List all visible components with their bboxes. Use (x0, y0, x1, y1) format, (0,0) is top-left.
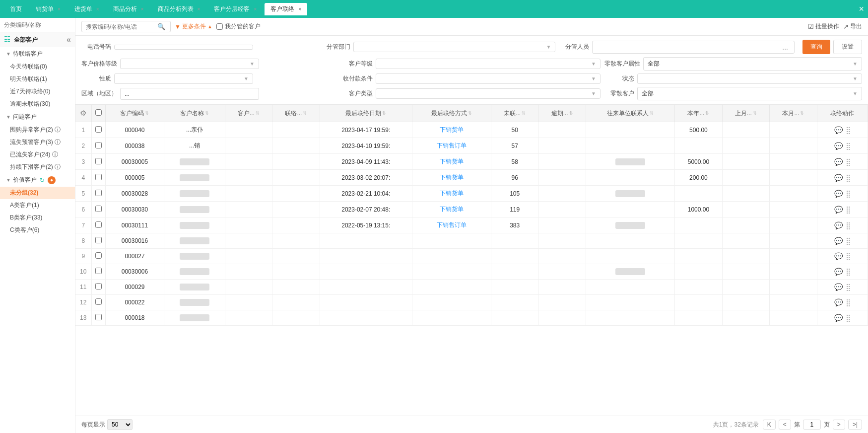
last-way-link[interactable]: 下销售订单 (437, 142, 467, 149)
contact-action-icon[interactable]: 💬 (834, 206, 843, 214)
next-page-btn[interactable]: > (833, 420, 845, 430)
cust-level-input[interactable]: ▼ (376, 59, 601, 69)
dept-input[interactable]: ▼ (353, 42, 556, 52)
sidebar-item-today[interactable]: 今天待联络(0) (0, 61, 75, 73)
main-search-input[interactable] (86, 23, 155, 30)
last-way-link[interactable]: 下销售订单 (437, 221, 467, 228)
nav-tab-home[interactable]: 首页 (4, 3, 28, 15)
contact-action-icon[interactable]: 💬 (834, 174, 843, 182)
last-way-link[interactable]: 下销货单 (440, 206, 464, 213)
refresh-icon[interactable]: ↻ (40, 177, 45, 184)
col-last-date-sort-icon[interactable]: ⇅ (382, 111, 386, 116)
more-action-icon[interactable]: ⣿ (846, 283, 851, 291)
col-not-contacted-sort-icon[interactable]: ⇅ (522, 111, 526, 116)
more-action-icon[interactable]: ⣿ (846, 252, 851, 260)
region-input[interactable]: ... (120, 88, 259, 100)
sidebar-item-lost[interactable]: 已流失客户(24) ⓘ (0, 148, 75, 161)
more-action-icon[interactable]: ⣿ (846, 237, 851, 245)
contact-action-icon[interactable]: 💬 (834, 268, 843, 276)
sidebar-item-declining[interactable]: 持续下滑客户(2) ⓘ (0, 161, 75, 173)
col-name-sort-icon[interactable]: ⇅ (205, 111, 209, 116)
query-btn[interactable]: 查询 (802, 40, 830, 54)
contact-action-icon[interactable]: 💬 (834, 237, 843, 245)
payment-input[interactable]: ▼ (376, 73, 601, 84)
nav-tab-purchase[interactable]: 进货单 × (68, 3, 105, 15)
phone-input[interactable] (114, 45, 253, 50)
sidebar-search-input[interactable] (4, 21, 75, 28)
price-level-input[interactable]: ▼ (120, 59, 259, 69)
row-checkbox[interactable] (95, 190, 102, 196)
more-action-icon[interactable]: ⣿ (846, 314, 851, 322)
nature-input[interactable]: ▼ (114, 73, 253, 84)
close-sales-icon[interactable]: × (58, 6, 61, 12)
row-checkbox[interactable] (95, 142, 102, 148)
sidebar-group-pending[interactable]: ▼ 待联络客户 (0, 47, 75, 61)
scatter-input[interactable]: 全部▼ (637, 87, 862, 100)
nav-tab-crm[interactable]: 客户分层经客 × (208, 3, 263, 15)
cust-type-input[interactable]: ▼ (376, 88, 601, 99)
sidebar-item-tomorrow[interactable]: 明天待联络(1) (0, 73, 75, 85)
my-customers-checkbox[interactable] (216, 23, 223, 30)
row-checkbox[interactable] (95, 298, 102, 305)
person-input[interactable]: ... (592, 41, 795, 54)
close-crm-icon[interactable]: × (254, 6, 257, 12)
more-action-icon[interactable]: ⣿ (846, 174, 851, 182)
last-way-link[interactable]: 下销货单 (440, 158, 464, 165)
more-action-icon[interactable]: ⣿ (846, 221, 851, 229)
row-checkbox[interactable] (95, 314, 102, 320)
scatter-attr-input[interactable]: 全部▼ (643, 57, 862, 71)
sidebar-item-group-b[interactable]: B类客户(33) (0, 212, 75, 224)
more-action-icon[interactable]: ⣿ (846, 206, 851, 214)
col-code-sort-icon[interactable]: ⇅ (145, 111, 149, 116)
contact-action-icon[interactable]: 💬 (834, 298, 843, 306)
col-year-amount-sort-icon[interactable]: ⇅ (705, 111, 709, 116)
page-input[interactable] (803, 420, 821, 430)
close-contact-icon[interactable]: × (298, 6, 301, 12)
more-action-icon[interactable]: ⣿ (846, 126, 851, 134)
nav-tab-contact[interactable]: 客户联络 × (265, 3, 307, 15)
nav-tab-analysis[interactable]: 商品分析 × (107, 3, 150, 15)
contact-action-icon[interactable]: 💬 (834, 221, 843, 229)
sidebar-collapse-icon[interactable]: « (67, 35, 71, 44)
close-analysis-icon[interactable]: × (141, 6, 144, 12)
row-checkbox[interactable] (95, 158, 102, 164)
reset-btn[interactable]: 设置 (833, 40, 862, 54)
prev-page-btn[interactable]: < (779, 420, 791, 430)
sidebar-item-overdue[interactable]: 逾期未联络(30) (0, 98, 75, 110)
sidebar-item-group-c[interactable]: C类客户(6) (0, 224, 75, 236)
more-action-icon[interactable]: ⣿ (846, 158, 851, 166)
contact-action-icon[interactable]: 💬 (834, 314, 843, 322)
more-action-icon[interactable]: ⣿ (846, 298, 851, 306)
last-way-link[interactable]: 下销货单 (440, 174, 464, 181)
col-overdue-sort-icon[interactable]: ⇅ (569, 111, 573, 116)
settings-icon[interactable]: ⚙ (80, 109, 86, 117)
close-analysis-list-icon[interactable]: × (198, 6, 200, 12)
sidebar-group-problem[interactable]: ▼ 问题客户 (0, 110, 75, 124)
sidebar-item-ungroup[interactable]: 未分组(32) (0, 187, 75, 199)
first-page-btn[interactable]: K (763, 420, 776, 430)
batch-op-btn[interactable]: ☑ 批量操作 (808, 22, 839, 31)
close-all-icon[interactable]: × (859, 4, 864, 14)
export-btn[interactable]: ↗ 导出 (843, 22, 862, 31)
row-checkbox[interactable] (95, 126, 102, 133)
contact-action-icon[interactable]: 💬 (834, 158, 843, 166)
contact-action-icon[interactable]: 💬 (834, 190, 843, 198)
col-last-way-sort-icon[interactable]: ⇅ (468, 111, 472, 116)
sidebar-group-value[interactable]: ▼ 价值客户 ↻ ● (0, 173, 75, 187)
last-way-link[interactable]: 下销货单 (440, 126, 464, 133)
row-checkbox[interactable] (95, 283, 102, 289)
last-way-link[interactable]: 下销货单 (440, 190, 464, 197)
select-all-checkbox[interactable] (95, 109, 102, 116)
contact-action-icon[interactable]: 💬 (834, 252, 843, 260)
contact-action-icon[interactable]: 💬 (834, 142, 843, 150)
sidebar-all-customers[interactable]: ☷ 全部客户 « (0, 32, 75, 47)
col-last-month-sort-icon[interactable]: ⇅ (753, 111, 757, 116)
sidebar-item-warning[interactable]: 流失预警客户(3) ⓘ (0, 136, 75, 148)
sidebar-item-group-a[interactable]: A类客户(1) (0, 199, 75, 212)
col-contact-person-sort-icon[interactable]: ⇅ (650, 111, 654, 116)
more-conditions-btn[interactable]: ▼ 更多条件 ▲ (175, 22, 212, 31)
sidebar-item-7days[interactable]: 近7天待联络(0) (0, 85, 75, 98)
main-search-icon[interactable]: 🔍 (157, 23, 165, 30)
more-action-icon[interactable]: ⣿ (846, 268, 851, 276)
col-this-month-sort-icon[interactable]: ⇅ (800, 111, 804, 116)
